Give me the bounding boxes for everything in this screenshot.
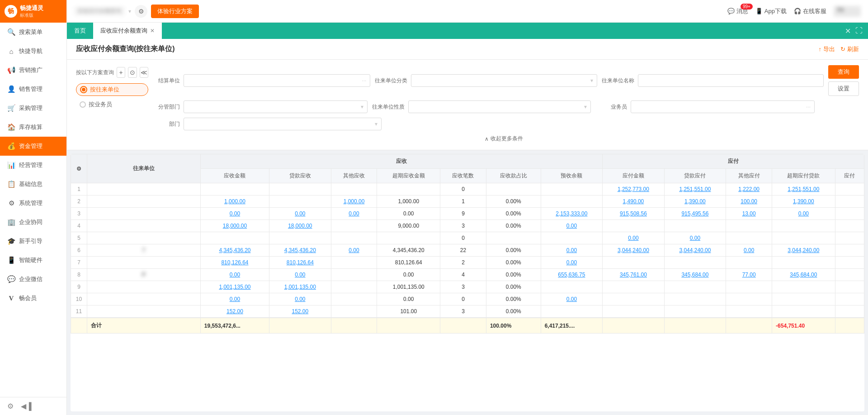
tab-fullscreen-icon[interactable]: ⛶ bbox=[855, 27, 863, 35]
col-settings-header[interactable]: ⚙ bbox=[71, 154, 87, 183]
loan-receivable[interactable]: 4,345,436.20 bbox=[269, 244, 331, 257]
loan-receivable[interactable]: 0.00 bbox=[269, 208, 331, 220]
advance-balance[interactable]: 0.00 bbox=[541, 257, 603, 269]
settlement-unit-input[interactable]: ··· bbox=[184, 74, 370, 87]
loan-receivable[interactable]: 0.00 bbox=[269, 293, 331, 305]
sidebar-item-newbie[interactable]: 🎓 新手引导 bbox=[0, 232, 66, 251]
sidebar-item-collab[interactable]: 🏢 企业协同 bbox=[0, 213, 66, 232]
settings-bottom-icon[interactable]: ⚙ bbox=[7, 402, 14, 410]
receivable-amount[interactable]: 1,001,135.00 bbox=[200, 281, 269, 293]
receivable-amount[interactable]: 0.00 bbox=[200, 208, 269, 220]
overdue-payable[interactable]: 1,390.00 bbox=[772, 196, 835, 208]
loan-receivable[interactable]: 810,126.64 bbox=[269, 257, 331, 269]
user-avatar[interactable]: Rit bbox=[834, 6, 861, 17]
collapse-more-button[interactable]: ∧ 收起更多条件 bbox=[148, 133, 859, 144]
dept-mgr-input[interactable]: ▾ bbox=[184, 100, 368, 113]
overdue-payable[interactable]: 0.00 bbox=[772, 208, 835, 220]
query-button[interactable]: 查询 bbox=[828, 65, 859, 79]
other-payable[interactable]: 1,222.00 bbox=[726, 183, 772, 196]
sidebar-item-quick-nav[interactable]: ⌂ 快捷导航 bbox=[0, 42, 66, 61]
overdue-payable[interactable]: 1,251,551.00 bbox=[772, 183, 835, 196]
loan-receivable[interactable]: 152.00 bbox=[269, 305, 331, 318]
sidebar-item-search-menu[interactable]: 🔍 搜索菜单 bbox=[0, 23, 66, 42]
tab-query[interactable]: 应收应付余额查询 ✕ bbox=[93, 23, 162, 39]
settings-button[interactable]: 设置 bbox=[828, 81, 859, 96]
partner-name-input[interactable] bbox=[638, 74, 824, 87]
export-button[interactable]: ↑ 导出 bbox=[819, 45, 835, 53]
payable-amount[interactable]: 1,252,773.00 bbox=[603, 183, 665, 196]
loan-payable[interactable]: 0.00 bbox=[664, 232, 726, 244]
other-payable[interactable]: 77.00 bbox=[726, 269, 772, 281]
add-scheme-button[interactable]: + bbox=[117, 67, 125, 78]
payable-amount[interactable]: 915,508.56 bbox=[603, 208, 665, 220]
advance-balance[interactable]: 655,636.75 bbox=[541, 269, 603, 281]
tab-close-icon[interactable]: ✕ bbox=[150, 28, 155, 34]
dept-input[interactable]: ▾ bbox=[184, 118, 382, 130]
scheme-collapse-button[interactable]: ≪ bbox=[140, 67, 148, 78]
sidebar-item-finance[interactable]: 💰 资金管理 bbox=[0, 137, 66, 156]
other-receivable[interactable]: 0.00 bbox=[331, 208, 377, 220]
loan-receivable[interactable]: 18,000.00 bbox=[269, 220, 331, 232]
search-left: 按以下方案查询 + ⊙ ≪ 按往来单位 按业务员 bbox=[76, 65, 148, 110]
breadcrumb-area: 应收应付余额查询 ▾ ⚙ 体验行业方案 bbox=[74, 5, 722, 18]
payable-amount[interactable]: 0.00 bbox=[603, 232, 665, 244]
loan-payable[interactable]: 345,684.00 bbox=[664, 269, 726, 281]
sidebar-item-wechat[interactable]: 💬 企业微信 bbox=[0, 270, 66, 289]
overdue-payable[interactable]: 3,044,240.00 bbox=[772, 244, 835, 257]
solution-button[interactable]: 体验行业方案 bbox=[151, 5, 199, 18]
sidebar-item-basic[interactable]: 📋 基础信息 bbox=[0, 175, 66, 194]
payable-amount[interactable]: 345,761.00 bbox=[603, 269, 665, 281]
advance-balance[interactable]: 2,153,333.00 bbox=[541, 208, 603, 220]
receivable-amount[interactable]: 18,000.00 bbox=[200, 220, 269, 232]
other-receivable[interactable]: 0.00 bbox=[331, 244, 377, 257]
receivable-amount[interactable]: 4,345,436.20 bbox=[200, 244, 269, 257]
receivable-amount[interactable]: 1,000.00 bbox=[200, 196, 269, 208]
search-option-salesman[interactable]: 按业务员 bbox=[76, 99, 148, 110]
sidebar-item-purchase[interactable]: 🛒 采购管理 bbox=[0, 99, 66, 118]
sidebar-item-inventory[interactable]: 🏠 库存核算 bbox=[0, 118, 66, 137]
sidebar-item-member[interactable]: V 畅会员 bbox=[0, 289, 66, 308]
sidebar-item-label: 营销推广 bbox=[19, 66, 42, 74]
salesman-input[interactable]: ··· bbox=[631, 100, 815, 113]
receivable-amount[interactable]: 810,126.64 bbox=[200, 257, 269, 269]
advance-balance[interactable]: 0.00 bbox=[541, 293, 603, 305]
tab-home[interactable]: 首页 bbox=[67, 23, 93, 39]
header-gear-button[interactable]: ⚙ bbox=[135, 5, 147, 18]
tab-close-window-icon[interactable]: ✕ bbox=[845, 27, 851, 35]
sidebar-item-hardware[interactable]: 📱 智能硬件 bbox=[0, 251, 66, 270]
refresh-button[interactable]: ↻ 刷新 bbox=[840, 45, 859, 53]
loan-payable[interactable]: 3,044,240.00 bbox=[664, 244, 726, 257]
collapse-sidebar-icon[interactable]: ◀▐ bbox=[21, 402, 31, 410]
service-button[interactable]: 🎧 在线客服 bbox=[794, 7, 826, 15]
advance-balance[interactable]: 0.00 bbox=[541, 220, 603, 232]
table-wrapper[interactable]: ⚙ 往来单位 应收 应付 应收金额 贷款应收 其他应收 超期应收金额 应收笔数 … bbox=[71, 154, 864, 411]
download-button[interactable]: 📱 App下载 bbox=[755, 7, 787, 15]
partner-category-input[interactable]: ▾ bbox=[411, 74, 597, 87]
other-payable[interactable]: 13.00 bbox=[726, 208, 772, 220]
overdue-payable[interactable]: 345,684.00 bbox=[772, 269, 835, 281]
sidebar-item-marketing[interactable]: 📢 营销推广 bbox=[0, 61, 66, 80]
other-payable[interactable]: 100.00 bbox=[726, 196, 772, 208]
advance-balance[interactable]: 0.00 bbox=[541, 244, 603, 257]
loan-receivable[interactable]: 1,001,135.00 bbox=[269, 281, 331, 293]
search-option-partner[interactable]: 按往来单位 bbox=[76, 83, 148, 96]
payable-amount[interactable]: 3,044,240.00 bbox=[603, 244, 665, 257]
message-button[interactable]: 💬 消息 99+ bbox=[727, 7, 748, 15]
receivable-amount[interactable]: 0.00 bbox=[200, 269, 269, 281]
receivable-amount[interactable]: 152.00 bbox=[200, 305, 269, 318]
scheme-settings-button[interactable]: ⊙ bbox=[128, 67, 137, 78]
loan-payable[interactable]: 1,390.00 bbox=[664, 196, 726, 208]
sidebar-item-sales[interactable]: 👤 销售管理 bbox=[0, 80, 66, 99]
payable-amount[interactable]: 1,490.00 bbox=[603, 196, 665, 208]
sidebar-item-system[interactable]: ⚙ 系统管理 bbox=[0, 194, 66, 213]
loan-payable[interactable]: 1,251,551.00 bbox=[664, 183, 726, 196]
footer-receivable-total[interactable]: 19,553,472,6... bbox=[200, 318, 269, 334]
message-icon: 💬 bbox=[727, 8, 735, 14]
loan-payable[interactable]: 915,495.56 bbox=[664, 208, 726, 220]
partner-nature-input[interactable]: ▾ bbox=[408, 100, 591, 113]
receivable-amount[interactable]: 0.00 bbox=[200, 293, 269, 305]
loan-receivable[interactable]: 0.00 bbox=[269, 269, 331, 281]
other-receivable[interactable]: 1,000.00 bbox=[331, 196, 377, 208]
sidebar-item-operation[interactable]: 📊 经营管理 bbox=[0, 156, 66, 175]
other-payable[interactable]: 0.00 bbox=[726, 244, 772, 257]
